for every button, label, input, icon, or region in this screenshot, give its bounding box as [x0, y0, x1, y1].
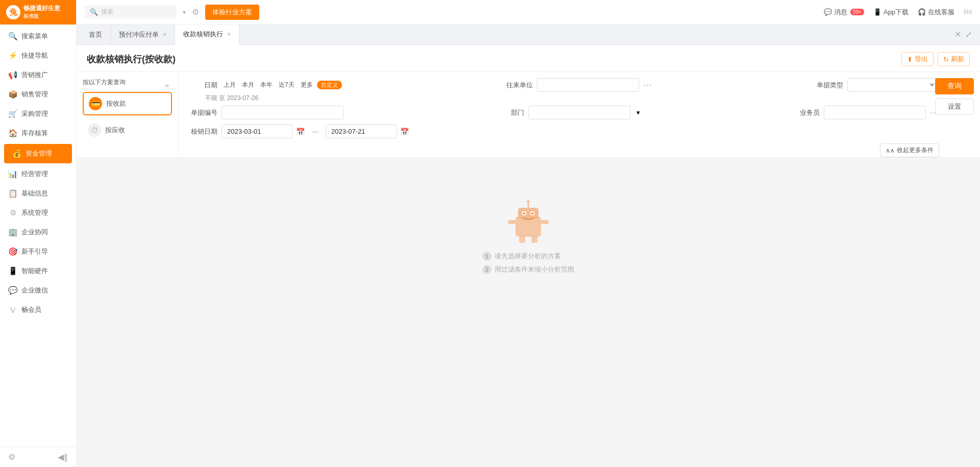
tab-home[interactable]: 首页	[81, 24, 111, 45]
query-btn[interactable]: 查询	[935, 78, 974, 94]
doc-type-label: 单据类型	[815, 81, 843, 90]
sidebar-item-smart-hw[interactable]: 📱智能硬件	[0, 261, 76, 281]
topbar-search-box[interactable]: 🔍 搜索	[85, 6, 177, 18]
writeoff-date-end-input[interactable]	[326, 125, 397, 138]
settings-btn[interactable]: 设置	[935, 99, 974, 115]
calendar-end-icon[interactable]: 📅	[400, 128, 409, 136]
sidebar-item-label: 经营管理	[21, 169, 48, 179]
industry-btn[interactable]: 体验行业方案	[205, 5, 259, 20]
topbar-chevron-icon[interactable]: ▾	[183, 9, 186, 16]
sidebar-item-marketing[interactable]: 📢营销推广	[0, 65, 76, 85]
sidebar-collapse-icon[interactable]: ◀‖	[58, 452, 68, 462]
staff-input[interactable]	[824, 106, 926, 119]
sidebar-quick-nav-icon: ⚡	[8, 51, 17, 60]
date-7days[interactable]: 近7天	[277, 80, 297, 90]
sidebar-item-label: 资金管理	[26, 149, 52, 158]
sidebar-smart-hw-icon: 📱	[8, 266, 17, 276]
sidebar-item-label: 系统管理	[21, 208, 48, 217]
sidebar-item-operation[interactable]: 📊经营管理	[0, 164, 76, 184]
sidebar-item-purchase[interactable]: 🛒采购管理	[0, 104, 76, 124]
tab-label-advance-payment: 预付冲应付单	[119, 30, 159, 39]
refresh-btn[interactable]: ↻ 刷新	[938, 52, 970, 66]
dept-input[interactable]	[528, 106, 630, 119]
tab-receipt-writeoff[interactable]: 收款核销执行×	[175, 24, 239, 45]
svg-rect-7	[541, 220, 549, 224]
filter-collapse-row: ∧∧ 收起更多条件	[189, 143, 939, 157]
date-last-month[interactable]: 上月	[222, 80, 238, 90]
sidebar-item-sales[interactable]: 📦销售管理	[0, 85, 76, 104]
sidebar-item-wechat[interactable]: 💬企业微信	[0, 281, 76, 300]
export-btn[interactable]: ⬆ 导出	[901, 52, 934, 66]
filter-row-1: 日期 上月 本月 本年 近7天 更多 自定义 往来单位	[189, 78, 939, 92]
tab-close-receipt-writeoff[interactable]: ×	[227, 31, 231, 38]
svg-point-11	[527, 200, 530, 203]
filter-option-by-receivable[interactable]: ⏱ 按应收	[83, 119, 172, 141]
empty-hint-1: 1 请先选择要分析的方案	[482, 250, 574, 263]
sidebar-item-finance[interactable]: 💰资金管理	[4, 144, 72, 163]
sidebar-basic-info-icon: 📋	[8, 189, 17, 198]
writeoff-date-end-group: 📅	[326, 125, 409, 138]
query-buttons-col: 查询 设置	[935, 78, 974, 115]
sidebar-item-quick-nav[interactable]: ⚡快捷导航	[0, 46, 76, 65]
writeoff-date-start-input[interactable]	[222, 125, 293, 138]
partner-input[interactable]	[537, 78, 639, 92]
empty-hints: 1 请先选择要分析的方案 2 用过滤条件来缩小分析范围	[482, 250, 574, 276]
message-action[interactable]: 💬 消息 99+	[824, 8, 864, 17]
calendar-start-icon[interactable]: 📅	[296, 128, 305, 136]
sidebar-system-icon: ⚙	[8, 208, 17, 217]
date-this-month[interactable]: 本月	[240, 80, 256, 90]
partner-dots-icon[interactable]: ···	[643, 80, 652, 90]
sidebar-item-search-menu[interactable]: 🔍搜索菜单	[0, 27, 76, 46]
customer-service-action[interactable]: 🎧 在线客服	[918, 8, 954, 17]
date-this-year[interactable]: 本年	[258, 80, 275, 90]
message-icon: 💬	[824, 8, 832, 16]
collapse-more-icon: ∧∧	[886, 147, 895, 154]
dept-label: 部门	[496, 108, 524, 117]
filter-row-3: 核销日期 📅 — 📅	[189, 125, 939, 138]
date-custom-badge[interactable]: 自定义	[317, 81, 342, 89]
sidebar-item-label: 采购管理	[21, 109, 48, 118]
sidebar-item-system[interactable]: ⚙系统管理	[0, 203, 76, 223]
filter-wrapper: 按以下方案查询 » 💳 按收款 ⏱ 按应收 日期 上月 本月	[77, 72, 980, 158]
sidebar-enterprise-icon: 🏢	[8, 228, 17, 237]
writeoff-date-start-group: 📅	[222, 125, 305, 138]
sidebar-guide-icon: 🎯	[8, 247, 17, 256]
collapse-more-label: 收起更多条件	[897, 146, 934, 155]
doc-type-field: 单据类型	[815, 78, 939, 92]
hint-num-1: 1	[482, 252, 492, 261]
tab-close-advance-payment[interactable]: ×	[163, 31, 166, 38]
page-title: 收款核销执行(按收款)	[87, 53, 176, 65]
message-badge: 99+	[850, 9, 864, 15]
doc-no-label: 单据编号	[189, 108, 217, 117]
sidebar-operation-icon: 📊	[8, 169, 17, 179]
sidebar-item-vip[interactable]: V畅会员	[0, 300, 76, 319]
sidebar-item-inventory[interactable]: 🏠库存核算	[0, 124, 76, 143]
filter-row-2: 单据编号 部门 ▾ 业务员 ···	[189, 106, 939, 119]
doc-type-select[interactable]	[847, 78, 939, 92]
sidebar-item-basic-info[interactable]: 📋基础信息	[0, 184, 76, 203]
tab-close-window-icon[interactable]: ✕	[954, 30, 961, 39]
collapse-more-btn[interactable]: ∧∧ 收起更多条件	[880, 143, 939, 157]
app-subtitle: 标准版	[23, 13, 60, 20]
tab-advance-payment[interactable]: 预付冲应付单×	[111, 24, 175, 45]
export-label: 导出	[915, 55, 928, 64]
topbar-actions: 💬 消息 99+ 📱 App下载 🎧 在线客服 Rit	[824, 8, 972, 17]
app-download-action[interactable]: 📱 App下载	[873, 8, 909, 17]
empty-hint-2: 2 用过滤条件来缩小分析范围	[482, 263, 574, 276]
sidebar-purchase-icon: 🛒	[8, 109, 17, 118]
sidebar-item-label: 销售管理	[21, 90, 48, 99]
sidebar-item-enterprise[interactable]: 🏢企业协同	[0, 223, 76, 242]
sidebar-inventory-icon: 🏠	[8, 129, 17, 138]
partner-field: 往来单位 ···	[504, 78, 652, 92]
sidebar-item-label: 畅会员	[21, 305, 41, 314]
dept-dropdown-icon[interactable]: ▾	[636, 109, 640, 116]
tab-maximize-icon[interactable]: ⤢	[965, 30, 972, 39]
date-more[interactable]: 更多	[299, 80, 315, 90]
sidebar-gear-icon[interactable]: ⚙	[8, 452, 15, 462]
filter-option-by-receipt[interactable]: 💳 按收款	[83, 92, 172, 115]
filter-collapse-icon[interactable]: »	[162, 79, 172, 91]
user-name-display[interactable]: Rit	[964, 8, 972, 16]
doc-no-input[interactable]	[222, 106, 344, 119]
topbar-gear-icon[interactable]: ⚙	[192, 7, 199, 17]
sidebar-item-guide[interactable]: 🎯新手引导	[0, 242, 76, 261]
